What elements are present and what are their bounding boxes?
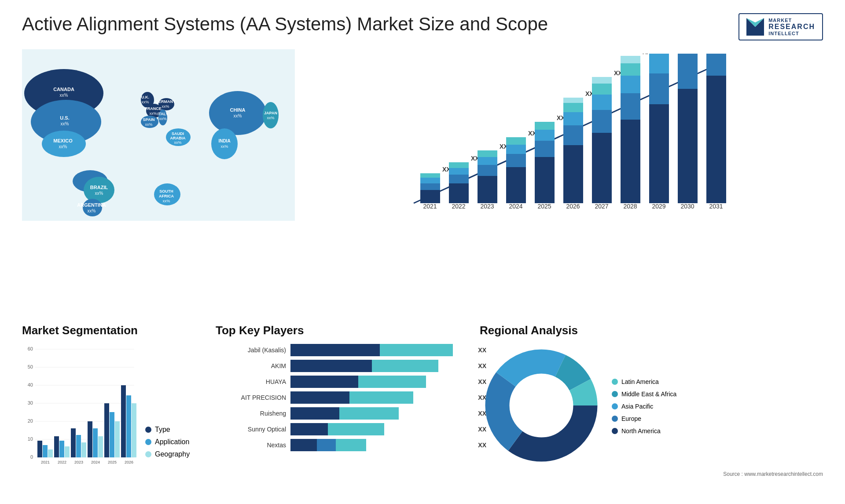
legend-europe: Europe: [612, 415, 676, 422]
svg-rect-90: [592, 133, 612, 203]
svg-text:2031: 2031: [709, 203, 723, 210]
svg-text:CANADA: CANADA: [53, 87, 74, 92]
svg-rect-143: [88, 421, 92, 457]
geography-label: Geography: [155, 450, 190, 458]
segmentation-section: Market Segmentation 60 50 40 30 20 10 0: [22, 324, 207, 491]
svg-text:INDIA: INDIA: [218, 139, 230, 143]
svg-text:30: 30: [28, 400, 33, 405]
player-bar: [290, 391, 413, 404]
svg-text:xx%: xx%: [174, 140, 181, 145]
latin-america-dot: [612, 379, 618, 385]
legend-application: Application: [145, 438, 190, 446]
player-row: Sunny Optical XX: [216, 423, 471, 435]
svg-rect-93: [592, 84, 612, 95]
geography-dot: [145, 451, 151, 457]
svg-rect-68: [478, 150, 497, 157]
svg-rect-132: [43, 445, 48, 457]
svg-text:2029: 2029: [652, 203, 665, 210]
svg-rect-133: [48, 449, 53, 457]
svg-text:10: 10: [28, 436, 33, 442]
svg-rect-56: [420, 173, 440, 178]
regional-title: Regional Analysis: [480, 324, 823, 337]
svg-rect-54: [420, 183, 440, 190]
svg-text:2026: 2026: [566, 203, 580, 210]
svg-rect-91: [592, 110, 612, 133]
seg-chart-container: 60 50 40 30 20 10 0: [22, 344, 207, 467]
svg-text:2023: 2023: [74, 460, 83, 464]
svg-text:xx%: xx%: [145, 122, 152, 127]
svg-text:CHINA: CHINA: [230, 107, 246, 113]
growth-chart-svg: 2021 XX 2022 XX 2023 XX: [312, 54, 814, 221]
svg-text:ITALY: ITALY: [158, 112, 169, 116]
page-title: Active Alignment Systems (AA Systems) Ma…: [22, 13, 548, 35]
svg-text:2022: 2022: [58, 460, 66, 464]
regional-legend: Latin America Middle East & Africa Asia …: [612, 378, 676, 435]
svg-rect-77: [535, 157, 555, 203]
svg-rect-153: [132, 403, 136, 457]
player-row: Ruisheng XX: [216, 407, 471, 420]
player-name: AKIM: [216, 362, 286, 369]
svg-rect-72: [506, 154, 526, 167]
svg-text:xx%: xx%: [267, 116, 274, 120]
svg-rect-106: [649, 54, 669, 73]
svg-text:xx%: xx%: [60, 93, 68, 98]
svg-rect-62: [449, 162, 469, 168]
logo-container: MARKET RESEARCH INTELLECT: [738, 13, 823, 40]
svg-text:xx%: xx%: [162, 199, 170, 203]
svg-rect-67: [478, 157, 497, 165]
svg-rect-141: [81, 442, 86, 457]
player-row: AKIM XX: [216, 360, 471, 372]
svg-rect-59: [449, 183, 469, 203]
player-bar-container: XX: [290, 391, 471, 404]
svg-rect-148: [110, 412, 114, 457]
regional-content: Latin America Middle East & Africa Asia …: [480, 344, 823, 469]
svg-text:ARGENTINA: ARGENTINA: [77, 202, 106, 208]
svg-text:50: 50: [28, 364, 33, 369]
application-dot: [145, 439, 151, 445]
svg-text:2025: 2025: [108, 460, 117, 464]
logo-text: MARKET RESEARCH INTELLECT: [768, 18, 815, 36]
svg-text:GERMANY: GERMANY: [155, 99, 176, 104]
player-bar-container: XX: [290, 423, 471, 435]
svg-rect-71: [506, 167, 526, 203]
player-name: Nextas: [216, 442, 286, 449]
svg-rect-149: [115, 421, 120, 457]
svg-rect-140: [76, 435, 81, 457]
svg-text:40: 40: [28, 382, 33, 387]
svg-text:SPAIN: SPAIN: [143, 117, 155, 122]
svg-rect-137: [65, 446, 70, 457]
svg-text:2030: 2030: [680, 203, 694, 210]
player-name: HUAYA: [216, 378, 286, 385]
svg-point-5: [42, 131, 86, 157]
svg-rect-145: [98, 436, 103, 457]
svg-text:xx%: xx%: [162, 104, 169, 109]
player-bar: [290, 344, 453, 356]
latin-america-label: Latin America: [621, 378, 659, 385]
map-section: CANADA xx% U.S. xx% MEXICO xx% BRAZIL xx…: [22, 49, 295, 315]
svg-rect-105: [649, 73, 669, 104]
player-name: AIT PRECISION: [216, 394, 286, 401]
svg-point-18: [263, 102, 279, 128]
svg-rect-87: [563, 98, 583, 103]
svg-rect-152: [126, 395, 131, 457]
player-row: Nextas XX: [216, 439, 471, 451]
svg-rect-100: [621, 63, 640, 76]
svg-text:2022: 2022: [452, 203, 465, 210]
segmentation-legend: Type Application Geography: [145, 426, 190, 467]
svg-text:2023: 2023: [480, 203, 494, 210]
svg-text:xx%: xx%: [149, 111, 157, 116]
svg-text:xx%: xx%: [88, 208, 96, 213]
logo-icon: [746, 18, 764, 36]
player-bar-container: XX: [290, 344, 471, 356]
svg-rect-131: [37, 441, 42, 457]
svg-text:2025: 2025: [537, 203, 551, 210]
players-title: Top Key Players: [216, 324, 471, 337]
svg-rect-60: [449, 175, 469, 183]
svg-text:0: 0: [30, 454, 33, 460]
svg-text:BRAZIL: BRAZIL: [90, 185, 108, 190]
svg-text:2027: 2027: [595, 203, 608, 210]
legend-middle-east: Middle East & Africa: [612, 391, 676, 398]
svg-rect-66: [478, 165, 497, 176]
svg-point-8: [83, 199, 102, 216]
north-america-label: North America: [621, 427, 661, 435]
